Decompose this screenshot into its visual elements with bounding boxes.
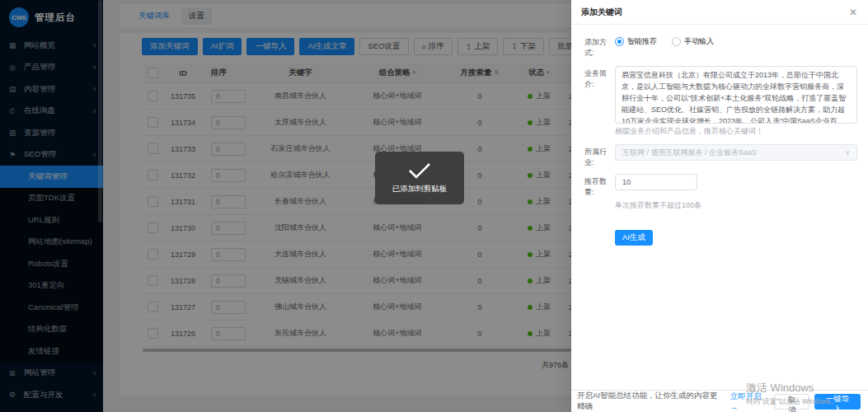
radio-selected[interactable]: 智能推荐 xyxy=(615,36,657,47)
toast: 已添加到剪贴板 xyxy=(375,152,464,204)
count-hint: 单次推荐数量不超过100条 xyxy=(615,200,857,211)
drawer-title: 添加关键词 xyxy=(581,7,622,18)
count-label: 推荐数量: xyxy=(584,174,615,198)
radio-label: 手动输入 xyxy=(684,36,714,47)
admin-page: CMS 管理后台 ▦网站概览∨◎产品管理∨▤内容管理∨✆在线询盘∨▥资源管理⚑S… xyxy=(0,0,868,412)
business-hint: 根据业务介绍和产品信息，推荐核心关键词！ xyxy=(615,126,857,137)
radio-circle-icon xyxy=(672,37,681,46)
radio-option[interactable]: 手动输入 xyxy=(672,36,714,47)
add-method-radio-group: 智能推荐手动输入 xyxy=(615,35,714,47)
count-input[interactable] xyxy=(615,174,697,190)
ai-summary-tip: 开启AI智能总结功能，让你生成的内容更精确 xyxy=(577,391,725,412)
close-icon[interactable]: ✕ xyxy=(849,7,857,17)
ai-generate-button[interactable]: AI生成 xyxy=(615,230,653,246)
watermark-line2: 转到"设置"以激活 Windows。 xyxy=(746,397,838,407)
radio-label: 智能推荐 xyxy=(627,36,657,47)
windows-watermark: 激活 Windows 转到"设置"以激活 Windows。 xyxy=(746,381,838,407)
industry-select[interactable]: 互联网 / 通用互联网服务 / 企业服务SaaS ∨ xyxy=(615,144,857,161)
drawer-header: 添加关键词 ✕ xyxy=(571,0,868,25)
add-keyword-drawer: 添加关键词 ✕ 添加方式: 智能推荐手动输入 业务简介: 易营宝信息科技（北京）… xyxy=(571,0,868,412)
business-label: 业务简介: xyxy=(584,66,615,90)
business-textarea[interactable]: 易营宝信息科技（北京）有限公司成立于2013年，总部位于中国北京，是以人工智能与… xyxy=(615,66,857,124)
industry-label: 所属行业: xyxy=(584,144,615,168)
radio-circle-icon xyxy=(615,37,624,46)
toast-message: 已添加到剪贴板 xyxy=(392,184,448,194)
add-method-label: 添加方式: xyxy=(584,35,615,59)
chevron-down-icon: ∨ xyxy=(845,149,850,157)
drawer-body: 添加方式: 智能推荐手动输入 业务简介: 易营宝信息科技（北京）有限公司成立于2… xyxy=(571,25,868,390)
check-icon xyxy=(406,162,433,180)
watermark-line1: 激活 Windows xyxy=(746,381,838,396)
drawer-mask[interactable] xyxy=(0,0,571,412)
industry-select-value: 互联网 / 通用互联网服务 / 企业服务SaaS xyxy=(622,147,757,158)
